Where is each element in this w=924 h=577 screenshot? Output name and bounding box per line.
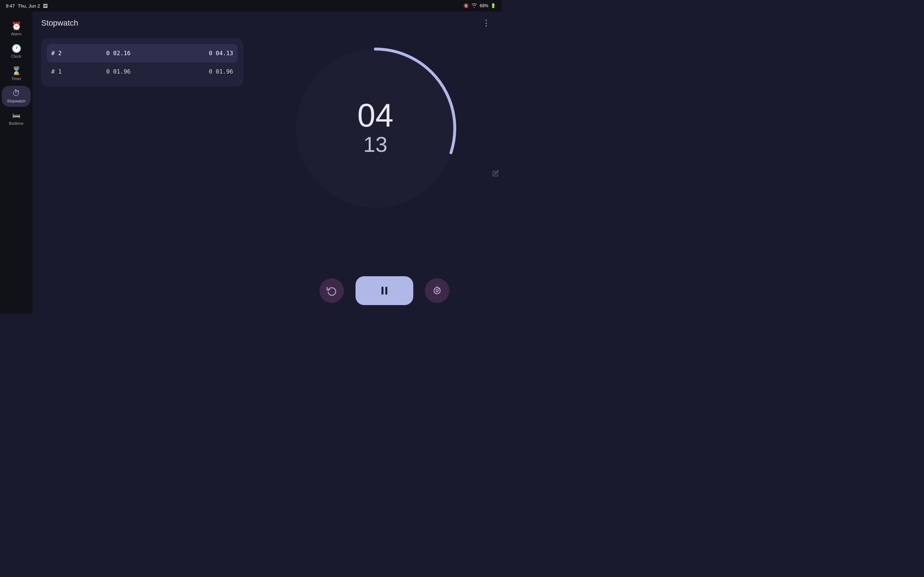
sidebar-label-bedtime: Bedtime — [9, 121, 23, 126]
laps-panel: # 2 0 02.16 0 04.13 # 1 0 01.96 0 01.96 — [41, 38, 243, 87]
sidebar-item-clock[interactable]: 🕐 Clock — [2, 41, 31, 62]
battery-level: 68% — [480, 3, 488, 8]
svg-rect-3 — [386, 287, 387, 294]
svg-rect-2 — [381, 287, 383, 294]
stopwatch-icon: ⏱ — [12, 89, 20, 97]
time-seconds: 04 — [357, 99, 393, 132]
status-date: Thu, Jun 2 — [18, 3, 40, 9]
content-area: # 2 0 02.16 0 04.13 # 1 0 01.96 0 01.96 — [32, 35, 502, 314]
status-bar: 9:47 Thu, Jun 2 🖼 🔇 68% 🔋 — [0, 0, 502, 11]
more-options-button[interactable]: ⋮ — [479, 16, 493, 31]
edit-pencil-icon[interactable] — [492, 170, 499, 179]
stopwatch-area: 04 13 — [258, 35, 493, 305]
lap-time-1: 0 01.96 — [80, 68, 157, 75]
lap-number-2: # 2 — [51, 50, 80, 56]
lap-time-2: 0 02.16 — [80, 50, 157, 56]
sidebar: ⏰ Alarm 🕐 Clock ⌛ Timer ⏱ Stopwatch 🛏 Be… — [0, 11, 32, 314]
screenshot-icon: 🖼 — [43, 3, 48, 9]
sidebar-label-alarm: Alarm — [11, 32, 22, 36]
mute-icon: 🔇 — [464, 3, 469, 8]
stopwatch-circle: 04 13 — [289, 42, 462, 215]
clock-icon: 🕐 — [11, 45, 21, 53]
lap-total-2: 0 04.13 — [157, 50, 233, 56]
lap-number-1: # 1 — [51, 68, 80, 75]
main: Stopwatch ⋮ # 2 0 02.16 0 04.13 # 1 0 01… — [32, 11, 502, 314]
svg-point-5 — [436, 290, 439, 292]
sidebar-item-timer[interactable]: ⌛ Timer — [2, 63, 31, 84]
time-centiseconds: 13 — [357, 132, 393, 158]
timer-icon: ⌛ — [11, 67, 21, 75]
status-time: 9:47 — [6, 3, 15, 9]
sidebar-item-bedtime[interactable]: 🛏 Bedtime — [2, 108, 31, 129]
stopwatch-display: 04 13 — [357, 99, 393, 158]
status-left: 9:47 Thu, Jun 2 🖼 — [6, 3, 48, 9]
sidebar-label-clock: Clock — [11, 54, 21, 58]
sidebar-item-stopwatch[interactable]: ⏱ Stopwatch — [2, 86, 31, 107]
controls — [267, 276, 502, 305]
battery-icon: 🔋 — [491, 3, 496, 8]
lap-row-1: # 1 0 01.96 0 01.96 — [47, 62, 237, 81]
page-title: Stopwatch — [41, 18, 78, 28]
lap-row-2: # 2 0 02.16 0 04.13 — [47, 44, 237, 62]
lap-total-1: 0 01.96 — [157, 68, 233, 75]
reset-button[interactable] — [320, 279, 344, 303]
bedtime-icon: 🛏 — [12, 112, 20, 120]
sidebar-item-alarm[interactable]: ⏰ Alarm — [2, 19, 31, 40]
sidebar-label-stopwatch: Stopwatch — [7, 99, 25, 103]
status-right: 🔇 68% 🔋 — [464, 3, 496, 9]
pause-button[interactable] — [355, 276, 413, 305]
alarm-icon: ⏰ — [11, 23, 21, 30]
wifi-icon — [471, 3, 478, 9]
sidebar-label-timer: Timer — [11, 76, 21, 81]
lap-button[interactable] — [425, 279, 449, 303]
header: Stopwatch ⋮ — [32, 11, 502, 35]
